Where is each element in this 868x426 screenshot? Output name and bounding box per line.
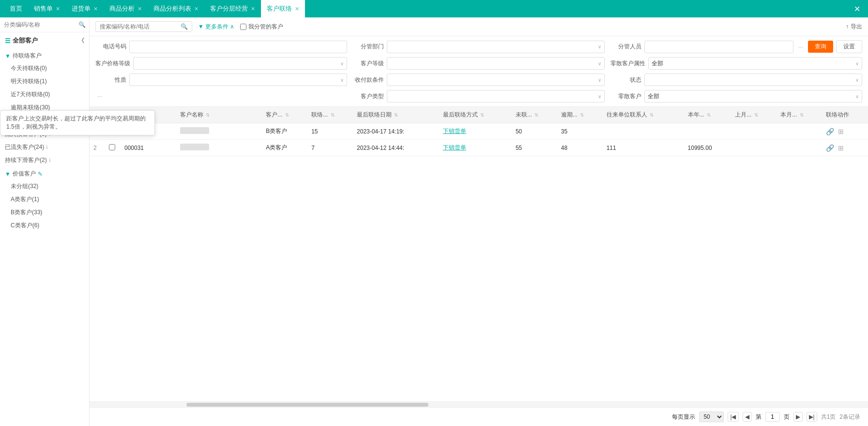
row1-lastmonth (731, 123, 777, 140)
sidebar-item-a-class[interactable]: A类客户(1) (0, 193, 89, 206)
prev-page-btn[interactable]: ◀ (743, 412, 752, 422)
row1-level: B类客户 (262, 123, 307, 140)
main-search-icon[interactable]: 🔍 (181, 23, 188, 30)
nav-sales[interactable]: 销售单 ✕ (28, 0, 66, 17)
first-page-btn[interactable]: |◀ (728, 412, 738, 422)
export-btn[interactable]: ↑ 导出 (846, 23, 862, 31)
filter-gender-input[interactable]: ∨ (129, 73, 347, 86)
my-customer-checkbox[interactable]: 我分管的客户 (240, 23, 283, 31)
sidebar-item-c-class[interactable]: C类客户(6) (0, 219, 89, 232)
filter-manager-input[interactable] (644, 41, 793, 53)
nav-close-all[interactable]: ✕ (850, 4, 864, 14)
nav-analysis-close[interactable]: ✕ (137, 6, 142, 12)
top-nav: 首页 销售单 ✕ 进货单 ✕ 商品分析 ✕ 商品分析列表 ✕ 客户分层经营 ✕ … (0, 0, 868, 17)
filter-status-input[interactable]: ∨ (644, 73, 862, 86)
filter-level-input[interactable]: ∨ (387, 57, 605, 70)
filter-retailattr-input[interactable]: 全部 ∨ (648, 57, 862, 70)
row2-grid-icon[interactable]: ⊞ (838, 144, 844, 152)
status-chevron: ∨ (855, 77, 859, 83)
nav-home[interactable]: 首页 (4, 0, 28, 17)
filter-more-ellipsis[interactable]: ··· (95, 93, 104, 100)
main-search-input[interactable] (100, 23, 179, 30)
nav-customer-tier[interactable]: 客户分层经营 ✕ (204, 0, 261, 17)
scrollbar-thumb[interactable] (186, 403, 428, 407)
col-lastmonth-header[interactable]: 上月... ⇅ (731, 107, 777, 123)
nav-analysis[interactable]: 商品分析 ✕ (104, 0, 148, 17)
nav-analysis-list-close[interactable]: ✕ (194, 6, 198, 12)
sidebar-item-7days[interactable]: 近7天待联络(0) (0, 88, 89, 101)
col-lastmethod-header[interactable]: 最后联络方式 ⇅ (439, 107, 512, 123)
more-filter-btn[interactable]: ▼ 更多条件 ∧ (198, 23, 234, 31)
info-icon-3: ℹ (46, 145, 48, 150)
row2-lastmethod[interactable]: 下销货单 (439, 140, 512, 156)
of-label: 页 (784, 413, 790, 421)
filter-payment-input[interactable]: ∨ (387, 73, 605, 86)
row1-link-icon[interactable]: 🔗 (826, 128, 834, 135)
filter-pricelevel-input[interactable]: ∨ (133, 57, 347, 70)
sidebar-all-customers[interactable]: ☰ 全部客户 《 (0, 32, 89, 49)
nav-analysis-list[interactable]: 商品分析列表 ✕ (148, 0, 204, 17)
sidebar-search-icon[interactable]: 🔍 (78, 21, 86, 28)
col-contacts-header[interactable]: 往来单位联系人 ⇅ (603, 107, 684, 123)
nav-purchase-close[interactable]: ✕ (93, 6, 98, 12)
page-size-select[interactable]: 50 20 100 (699, 411, 724, 422)
setting-button[interactable]: 设置 (836, 40, 862, 53)
filter-custtype-input[interactable]: ∨ (387, 90, 605, 103)
row2-year: 10995.00 (684, 140, 731, 156)
sidebar-collapse-btn[interactable]: 《 (78, 37, 84, 45)
next-page-btn[interactable]: ▶ (793, 412, 803, 422)
col-contact-header[interactable]: 联络... ⇅ (307, 107, 353, 123)
col-level-header[interactable]: 客户... ⇅ (262, 107, 307, 123)
sidebar-item-unclassified[interactable]: 未分组(32) (0, 180, 89, 193)
col-uncontact-header[interactable]: 未联... ⇅ (512, 107, 557, 123)
horizontal-scrollbar[interactable] (90, 401, 868, 407)
col-year-header[interactable]: 本年... ⇅ (684, 107, 731, 123)
nav-customer-contact[interactable]: 客户联络 ✕ (261, 0, 305, 17)
sidebar-group-value[interactable]: ▼ 价值客户 ✎ (0, 167, 89, 180)
filter-status-label: 状态 (610, 76, 641, 84)
table-area: ⚙ 客户编码 ⇅ 客户名称 ⇅ (90, 107, 868, 401)
col-lastdate-header[interactable]: 最后联络日期 ⇅ (353, 107, 439, 123)
col-thismonth-header[interactable]: 本月... ⇅ (777, 107, 822, 123)
sort-lastdate-icon: ⇅ (394, 112, 398, 118)
row1-actions: 🔗 ⊞ (822, 123, 868, 140)
main-layout: 🔍 ☰ 全部客户 《 ▼ 待联络客户 今天待联络(0) 明天待联络(1) 近7天… (0, 17, 868, 426)
row2-checkbox[interactable] (105, 140, 121, 156)
table-row: 1 000039 B类客户 15 2023-04-17 14:19: 下销货单 … (90, 123, 868, 140)
sidebar-item-declining[interactable]: 持续下滑客户(2) ℹ (0, 154, 89, 167)
filter-custtype-label: 客户类型 (353, 92, 384, 101)
nav-customer-contact-close[interactable]: ✕ (295, 6, 299, 12)
col-name-header[interactable]: 客户名称 ⇅ (176, 107, 262, 123)
filter-status: 状态 ∨ (610, 73, 862, 86)
last-page-btn[interactable]: ▶| (807, 412, 817, 422)
sidebar-item-tomorrow[interactable]: 明天待联络(1) (0, 75, 89, 88)
filter-phone-input[interactable] (129, 41, 347, 53)
filter-retailcust-input[interactable]: 全部 ∨ (644, 90, 862, 103)
col-overdue-header[interactable]: 逾期... ⇅ (557, 107, 603, 123)
row1-lastmethod[interactable]: 下销货单 (439, 123, 512, 140)
sidebar-group-pending[interactable]: ▼ 待联络客户 (0, 49, 89, 62)
search-box: 🔍 (95, 21, 192, 32)
filter-dept-input[interactable]: ∨ (387, 41, 605, 53)
sidebar-search-input[interactable] (4, 21, 76, 28)
row2-actions: 🔗 ⊞ (822, 140, 868, 156)
query-button[interactable]: 查询 (808, 41, 833, 53)
filter-retailcust-label: 零散客户 (610, 92, 641, 101)
nav-customer-tier-close[interactable]: ✕ (251, 6, 255, 12)
my-customer-input[interactable] (240, 24, 246, 30)
row1-grid-icon[interactable]: ⊞ (838, 128, 844, 135)
filter-manager-ellipsis[interactable]: ··· (796, 44, 805, 50)
edit-value-icon[interactable]: ✎ (38, 171, 43, 177)
row2-link-icon[interactable]: 🔗 (826, 144, 834, 152)
pricelevel-chevron: ∨ (340, 61, 344, 66)
page-input[interactable] (765, 412, 780, 422)
gender-chevron: ∨ (340, 77, 344, 83)
filter-dept-label: 分管部门 (353, 43, 384, 51)
sidebar-item-today[interactable]: 今天待联络(0) (0, 62, 89, 75)
row2-select[interactable] (109, 144, 115, 150)
nav-purchase[interactable]: 进货单 ✕ (66, 0, 104, 17)
nav-sales-close[interactable]: ✕ (56, 6, 60, 12)
sidebar-item-churned[interactable]: 已流失客户(24) ℹ (0, 141, 89, 154)
sidebar-item-b-class[interactable]: B类客户(33) (0, 206, 89, 219)
sort-contact-icon: ⇅ (331, 112, 335, 118)
